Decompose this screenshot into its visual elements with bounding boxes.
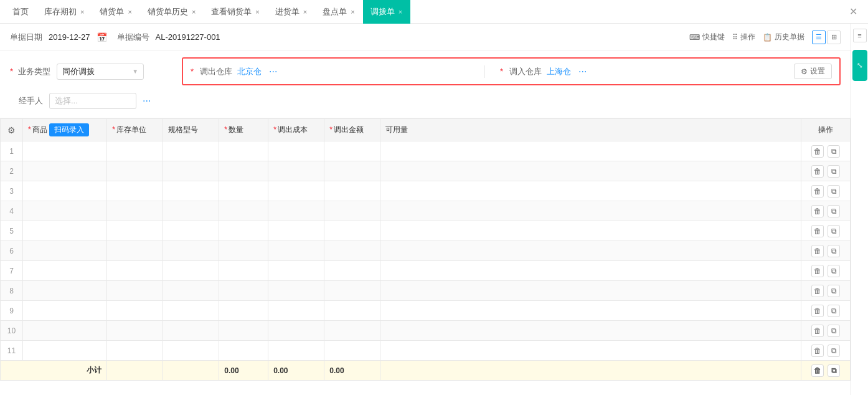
quantity-cell-8[interactable] (219, 281, 268, 301)
quantity-cell-1[interactable] (219, 141, 268, 161)
amount-cell-4[interactable] (324, 201, 380, 221)
history-button[interactable]: 📋 历史单据 (763, 32, 804, 42)
product-cell-10[interactable] (23, 321, 107, 341)
warehouse-setting-button[interactable]: ⚙ 设置 (794, 64, 832, 79)
delete-row-button-10[interactable]: 🗑 (811, 325, 824, 337)
amount-cell-7[interactable] (324, 261, 380, 281)
handler-input[interactable]: 选择... (49, 93, 136, 109)
copy-row-button-2[interactable]: ⧉ (828, 165, 840, 178)
cost-cell-7[interactable] (268, 261, 324, 281)
cost-cell-2[interactable] (268, 161, 324, 181)
product-cell-4[interactable] (23, 201, 107, 221)
tab-transfer-order[interactable]: 调拨单× (363, 0, 410, 24)
copy-row-button-4[interactable]: ⧉ (828, 205, 840, 217)
quantity-cell-6[interactable] (219, 241, 268, 261)
business-type-input[interactable]: 同价调拨 ▼ (57, 64, 144, 80)
available-cell-3[interactable] (380, 181, 801, 201)
delete-row-button-4[interactable]: 🗑 (811, 205, 824, 217)
available-cell-5[interactable] (380, 221, 801, 241)
available-cell-9[interactable] (380, 301, 801, 321)
amount-cell-8[interactable] (324, 281, 380, 301)
handler-more-button[interactable]: ··· (143, 95, 151, 107)
spec-cell-6[interactable] (163, 241, 219, 261)
cost-cell-1[interactable] (268, 141, 324, 161)
spec-cell-11[interactable] (163, 341, 219, 361)
product-cell-9[interactable] (23, 301, 107, 321)
available-cell-4[interactable] (380, 201, 801, 221)
product-cell-8[interactable] (23, 281, 107, 301)
available-cell-10[interactable] (380, 321, 801, 341)
delete-row-button-3[interactable]: 🗑 (811, 185, 824, 198)
copy-row-button-9[interactable]: ⧉ (828, 305, 840, 317)
spec-cell-10[interactable] (163, 321, 219, 341)
quantity-cell-3[interactable] (219, 181, 268, 201)
calendar-icon[interactable]: 📅 (97, 32, 107, 42)
tab-purchase-order[interactable]: 进货单× (268, 0, 315, 24)
amount-cell-6[interactable] (324, 241, 380, 261)
scan-button[interactable]: 扫码录入 (49, 123, 89, 136)
note-sidebar-button[interactable]: ≡ (853, 29, 867, 42)
available-cell-11[interactable] (380, 341, 801, 361)
subtotal-delete-button[interactable]: 🗑 (811, 364, 824, 377)
product-cell-6[interactable] (23, 241, 107, 261)
quantity-cell-11[interactable] (219, 341, 268, 361)
product-cell-1[interactable] (23, 141, 107, 161)
copy-row-button-5[interactable]: ⧉ (828, 225, 840, 237)
unit-cell-10[interactable] (107, 321, 163, 341)
delete-row-button-1[interactable]: 🗑 (811, 145, 824, 158)
amount-cell-10[interactable] (324, 321, 380, 341)
delete-row-button-5[interactable]: 🗑 (811, 225, 824, 237)
spec-cell-8[interactable] (163, 281, 219, 301)
copy-row-button-3[interactable]: ⧉ (828, 185, 840, 198)
spec-cell-7[interactable] (163, 261, 219, 281)
subtotal-copy-button[interactable]: ⧉ (828, 364, 840, 377)
settings-col-header[interactable]: ⚙ (1, 119, 23, 141)
cost-cell-6[interactable] (268, 241, 324, 261)
tab-close-inventory-init[interactable]: × (80, 8, 84, 16)
tab-close-purchase-order[interactable]: × (303, 8, 307, 16)
unit-cell-3[interactable] (107, 181, 163, 201)
delete-row-button-11[interactable]: 🗑 (811, 345, 824, 357)
unit-cell-7[interactable] (107, 261, 163, 281)
tab-home[interactable]: 首页 (5, 0, 37, 24)
table-wrapper[interactable]: ⚙ *商品 扫码录入 *库存单位 规格型号 *数量 *调出成本 *调出金额 可用… (0, 118, 851, 395)
quantity-cell-7[interactable] (219, 261, 268, 281)
tab-sales-history[interactable]: 销货单历史× (140, 0, 204, 24)
amount-cell-2[interactable] (324, 161, 380, 181)
copy-row-button-10[interactable]: ⧉ (828, 325, 840, 337)
cost-cell-11[interactable] (268, 341, 324, 361)
unit-cell-4[interactable] (107, 201, 163, 221)
tab-close-sales-order[interactable]: × (128, 8, 131, 16)
quantity-cell-4[interactable] (219, 201, 268, 221)
quantity-cell-10[interactable] (219, 321, 268, 341)
tab-close-inventory-check[interactable]: × (351, 8, 354, 16)
available-cell-2[interactable] (380, 161, 801, 181)
amount-cell-9[interactable] (324, 301, 380, 321)
delete-row-button-7[interactable]: 🗑 (811, 265, 824, 277)
unit-cell-9[interactable] (107, 301, 163, 321)
tab-view-sales[interactable]: 查看销货单× (204, 0, 267, 24)
unit-cell-1[interactable] (107, 141, 163, 161)
delete-row-button-8[interactable]: 🗑 (811, 285, 824, 297)
spec-cell-5[interactable] (163, 221, 219, 241)
spec-cell-2[interactable] (163, 161, 219, 181)
cost-cell-3[interactable] (268, 181, 324, 201)
layout-grid-icon[interactable]: ⊞ (827, 31, 841, 44)
copy-row-button-1[interactable]: ⧉ (828, 145, 840, 158)
copy-row-button-6[interactable]: ⧉ (828, 245, 840, 257)
spec-cell-3[interactable] (163, 181, 219, 201)
product-cell-3[interactable] (23, 181, 107, 201)
tab-close-transfer-order[interactable]: × (399, 8, 402, 16)
table-settings-icon[interactable]: ⚙ (7, 125, 16, 135)
shortcut-button[interactable]: ⌨ 快捷键 (689, 32, 725, 42)
cost-cell-4[interactable] (268, 201, 324, 221)
quantity-cell-5[interactable] (219, 221, 268, 241)
delete-row-button-6[interactable]: 🗑 (811, 245, 824, 257)
copy-row-button-8[interactable]: ⧉ (828, 285, 840, 297)
delete-row-button-2[interactable]: 🗑 (811, 165, 824, 178)
in-warehouse-more-button[interactable]: ··· (578, 66, 587, 77)
unit-cell-6[interactable] (107, 241, 163, 261)
window-close-button[interactable]: ✕ (843, 2, 863, 22)
out-warehouse-more-button[interactable]: ··· (269, 66, 277, 77)
quantity-cell-2[interactable] (219, 161, 268, 181)
